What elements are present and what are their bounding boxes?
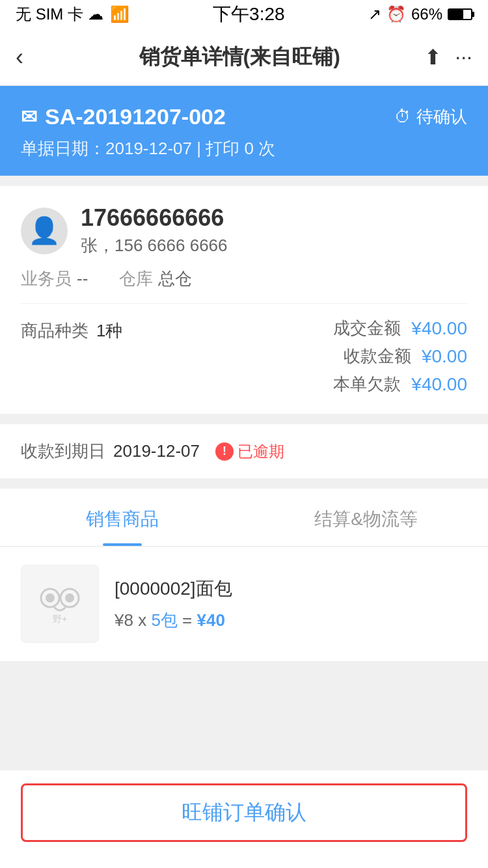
- order-header-card: ✉ SA-20191207-002 ⏱ 待确认 单据日期：2019-12-07 …: [0, 86, 488, 176]
- tab-settlement[interactable]: 结算&物流等: [244, 489, 488, 546]
- price-separator: =: [178, 610, 197, 630]
- status-text: 待确认: [416, 105, 467, 128]
- status-bar: 无 SIM 卡 ☁ 📶 下午3:28 ↗ ⏰ 66%: [0, 0, 488, 29]
- customer-name: 张，156 6666 6666: [81, 234, 228, 257]
- order-id-icon: ✉: [21, 105, 37, 128]
- goods-type-value: 1种: [96, 319, 122, 342]
- overdue-badge: ! 已逾期: [215, 441, 284, 462]
- bottom-area: 旺铺订单确认: [0, 770, 488, 868]
- overdue-warning-icon: !: [215, 442, 234, 461]
- page-title: 销货单详情(来自旺铺): [55, 43, 424, 72]
- order-date: 单据日期：2019-12-07 | 打印 0 次: [21, 137, 467, 160]
- goods-type-label: 商品种类: [21, 319, 88, 342]
- svg-text:野+: 野+: [53, 614, 67, 624]
- wifi-icon: 📶: [110, 5, 129, 23]
- overdue-text: 已逾期: [237, 441, 284, 462]
- customer-row: 👤 17666666666 张，156 6666 6666: [21, 204, 467, 257]
- status-left: 无 SIM 卡 ☁ 📶: [16, 4, 129, 25]
- share-icon[interactable]: ⬆: [424, 45, 442, 70]
- location-icon: ↗: [368, 5, 381, 23]
- order-id: ✉ SA-20191207-002: [21, 104, 226, 129]
- customer-info: 17666666666 张，156 6666 6666: [81, 204, 228, 257]
- battery-percent: 66%: [411, 5, 442, 23]
- status-clock-icon: ⏱: [394, 107, 411, 127]
- tabs-header: 销售商品 结算&物流等: [0, 489, 488, 547]
- deal-amount-value: ¥40.00: [411, 318, 467, 339]
- deal-amount-line: 成交金额 ¥40.00: [333, 317, 467, 340]
- svg-point-3: [65, 593, 74, 603]
- sales-meta: 业务员 --: [21, 267, 88, 290]
- order-id-text: SA-20191207-002: [45, 104, 226, 129]
- price-formula: ¥8 x: [115, 610, 151, 630]
- avatar-icon: 👤: [28, 215, 61, 246]
- sales-label: 业务员: [21, 267, 72, 290]
- product-info: [0000002]面包 ¥8 x 5包 = ¥40: [115, 576, 467, 632]
- confirm-order-button[interactable]: 旺铺订单确认: [21, 783, 467, 842]
- owed-value: ¥40.00: [411, 374, 467, 395]
- amount-row: 商品种类 1种 成交金额 ¥40.00 收款金额 ¥0.00 本单欠款 ¥40.…: [21, 317, 467, 396]
- received-value: ¥0.00: [422, 346, 467, 367]
- warehouse-label: 仓库: [119, 267, 153, 290]
- goods-type: 商品种类 1种: [21, 317, 122, 342]
- divider: [21, 303, 467, 304]
- received-amount-line: 收款金额 ¥0.00: [344, 345, 467, 368]
- nav-actions: ⬆ ···: [424, 45, 472, 70]
- tabs-section: 销售商品 结算&物流等 野+ [0000002]面包 ¥8 x 5包 = ¥40: [0, 489, 488, 661]
- status-time: 下午3:28: [213, 2, 285, 27]
- sim-label: 无 SIM 卡 ☁: [16, 4, 103, 25]
- status-right: ↗ ⏰ 66%: [368, 5, 472, 23]
- alarm-icon: ⏰: [386, 5, 406, 23]
- warehouse-value: 总仓: [158, 267, 192, 290]
- product-name: [0000002]面包: [115, 576, 467, 601]
- customer-phone: 17666666666: [81, 204, 228, 232]
- owed-amount-line: 本单欠款 ¥40.00: [333, 373, 467, 396]
- due-label: 收款到期日: [21, 440, 105, 463]
- customer-section: 👤 17666666666 张，156 6666 6666 业务员 -- 仓库 …: [0, 186, 488, 414]
- order-status-badge: ⏱ 待确认: [394, 105, 467, 128]
- back-button[interactable]: ‹: [16, 44, 55, 71]
- more-icon[interactable]: ···: [455, 45, 472, 69]
- sales-value: --: [77, 269, 88, 289]
- due-date-section: 收款到期日 2019-12-07 ! 已逾期: [0, 424, 488, 478]
- tab-sales-goods[interactable]: 销售商品: [0, 489, 244, 546]
- nav-bar: ‹ 销货单详情(来自旺铺) ⬆ ···: [0, 29, 488, 86]
- deal-amount-label: 成交金额: [333, 317, 401, 340]
- product-item: 野+ [0000002]面包 ¥8 x 5包 = ¥40: [0, 547, 488, 661]
- warehouse-meta: 仓库 总仓: [119, 267, 192, 290]
- product-qty: 5包: [151, 610, 177, 630]
- product-logo: 野+: [34, 575, 86, 632]
- svg-point-2: [46, 593, 55, 603]
- due-date: 2019-12-07: [113, 441, 200, 461]
- amounts-right: 成交金额 ¥40.00 收款金额 ¥0.00 本单欠款 ¥40.00: [333, 317, 467, 396]
- received-label: 收款金额: [344, 345, 411, 368]
- product-total: ¥40: [197, 610, 224, 630]
- owed-label: 本单欠款: [333, 373, 401, 396]
- avatar: 👤: [21, 208, 68, 254]
- battery-icon: [448, 8, 472, 20]
- product-thumbnail: 野+: [21, 565, 99, 643]
- customer-meta: 业务员 -- 仓库 总仓: [21, 267, 467, 290]
- product-price: ¥8 x 5包 = ¥40: [115, 609, 467, 632]
